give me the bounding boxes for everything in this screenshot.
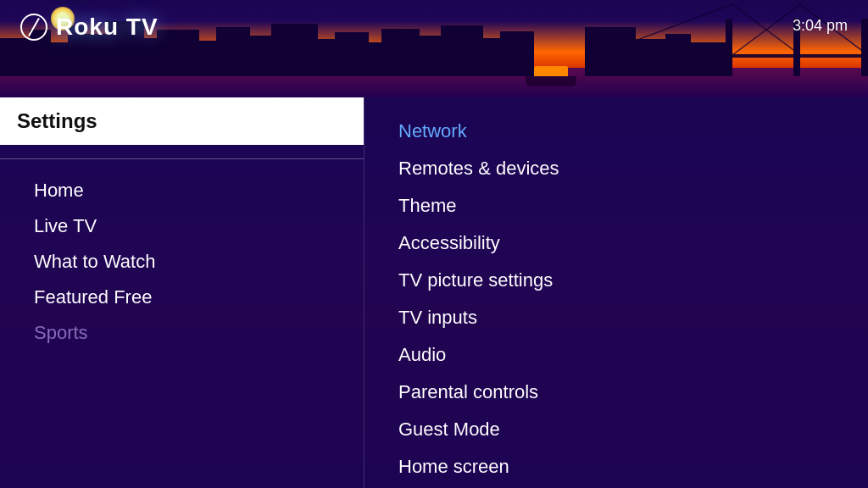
main-content: Settings Home Live TV What to Watch Feat… — [0, 97, 868, 488]
clock-display: 3:04 pm — [793, 17, 848, 35]
sidebar-item-featured-free[interactable]: Featured Free — [34, 280, 330, 315]
menu-item-remotes-devices[interactable]: Remotes & devices — [398, 150, 834, 187]
sidebar: Settings Home Live TV What to Watch Feat… — [0, 97, 364, 488]
sidebar-item-home[interactable]: Home — [34, 173, 330, 208]
menu-item-accessibility[interactable]: Accessibility — [398, 225, 834, 262]
menu-item-home-screen[interactable]: Home screen — [398, 448, 834, 485]
app-title: Roku TV — [56, 14, 159, 41]
menu-item-theme[interactable]: Theme — [398, 187, 834, 225]
menu-item-guest-mode[interactable]: Guest Mode — [398, 411, 834, 448]
sidebar-item-sports[interactable]: Sports — [34, 315, 330, 351]
sidebar-divider — [0, 158, 364, 159]
menu-item-tv-inputs[interactable]: TV inputs — [398, 299, 834, 336]
sidebar-item-what-to-watch[interactable]: What to Watch — [34, 244, 330, 280]
right-panel: Network Remotes & devices Theme Accessib… — [364, 97, 868, 488]
header: Roku TV 3:04 pm — [0, 0, 868, 97]
roku-icon — [20, 14, 47, 41]
menu-item-network[interactable]: Network — [398, 113, 834, 150]
menu-item-parental-controls[interactable]: Parental controls — [398, 374, 834, 411]
logo-area: Roku TV — [20, 14, 159, 41]
menu-item-audio[interactable]: Audio — [398, 336, 834, 374]
menu-item-tv-picture-settings[interactable]: TV picture settings — [398, 262, 834, 299]
sidebar-item-live-tv[interactable]: Live TV — [34, 208, 330, 244]
settings-title: Settings — [0, 97, 364, 145]
